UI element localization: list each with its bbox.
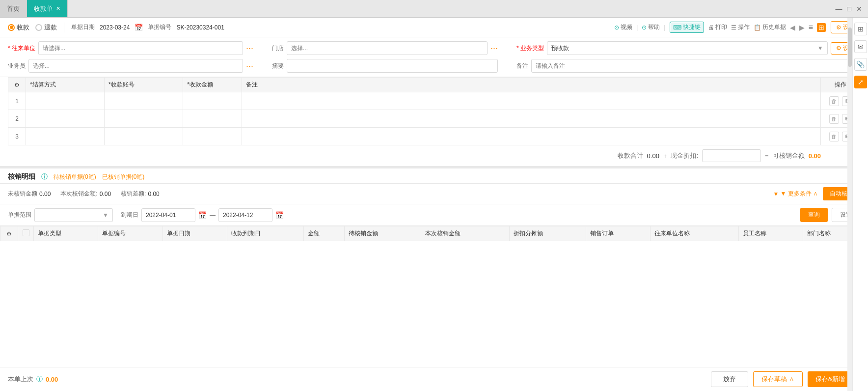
print-btn[interactable]: 🖨 打印 xyxy=(708,23,727,31)
partner-more-icon[interactable]: ··· xyxy=(246,43,253,54)
toolbar-right: ⊙ 视频 | ⊙ 帮助 | ⌨ 快捷键 🖨 打印 ☰ 操作 📋 xyxy=(614,22,826,33)
biz-type-field: * 业务类型 预收款 ▼ ⚙ 设置 xyxy=(516,41,860,55)
draft-button[interactable]: 保存草稿 ∧ xyxy=(753,371,803,387)
date-value: 2023-03-24 xyxy=(100,24,130,31)
biz-type-select[interactable]: 预收款 ▼ xyxy=(547,41,828,55)
pending-tab[interactable]: 待核销单据(0笔) xyxy=(54,173,96,181)
summary-input[interactable] xyxy=(287,59,498,73)
range-field: 单据范围 ▼ xyxy=(8,208,113,222)
more-conditions-btn[interactable]: ▼ ▼ 更多条件 ∧ xyxy=(773,190,818,198)
calendar-from-icon[interactable]: 📅 xyxy=(198,211,207,219)
row1-settle[interactable] xyxy=(26,92,104,110)
prev-value: 0.00 xyxy=(46,376,58,383)
col-gear[interactable]: ⚙ xyxy=(8,78,26,92)
radio-refund[interactable]: 退款 xyxy=(35,23,57,32)
tab-home[interactable]: 首页 xyxy=(0,0,27,17)
row1-remark[interactable] xyxy=(242,92,820,110)
nav-next-icon[interactable]: ▶ xyxy=(799,24,805,31)
main-table: ⚙ *结算方式 *收款账号 *收款金额 备注 操作 1 xyxy=(8,77,860,145)
help-btn[interactable]: ⊙ 帮助 xyxy=(642,23,660,31)
row3-amount[interactable] xyxy=(183,128,242,145)
footer: 本单上次 ⓘ 0.00 放弃 保存草稿 ∧ 保存&新增 ∧ xyxy=(0,367,868,391)
row2-delete-icon[interactable]: 🗑 xyxy=(829,114,839,124)
form-row-1: * 往来单位 ··· 门店 ··· * 业务类型 预收款 ▼ ⚙ 设置 xyxy=(8,41,860,55)
bt-col-doc-type: 单据类型 xyxy=(34,226,98,241)
row2-account[interactable] xyxy=(105,110,183,127)
query-button[interactable]: 查询 xyxy=(800,208,828,222)
summary-label: 摘要 xyxy=(272,62,284,70)
staff-more-icon[interactable]: ··· xyxy=(246,61,253,71)
bt-col-doc-no: 单据编号 xyxy=(98,226,163,241)
discount-input[interactable] xyxy=(702,149,761,162)
shop-more-icon[interactable]: ··· xyxy=(490,43,498,54)
video-btn[interactable]: ⊙ 视频 xyxy=(614,23,632,31)
row3-account[interactable] xyxy=(105,128,183,145)
bt-col-check[interactable] xyxy=(18,226,34,241)
staff-input[interactable] xyxy=(28,59,243,73)
bt-col-pending: 待核销金额 xyxy=(345,226,421,241)
tab-bar: 首页 收款单 ✕ — □ ✕ xyxy=(0,0,868,18)
layout-list-icon[interactable]: ≡ xyxy=(809,23,813,32)
bt-col-partner: 往来单位名称 xyxy=(651,226,739,241)
calendar-icon[interactable]: 📅 xyxy=(135,24,143,31)
radio-receipt[interactable]: 收款 xyxy=(8,23,29,32)
scrollbar-thumb[interactable] xyxy=(848,28,852,67)
partner-input[interactable] xyxy=(38,41,243,55)
row3-settle[interactable] xyxy=(26,128,104,145)
radio-receipt-dot xyxy=(8,24,15,31)
calendar-to-icon[interactable]: 📅 xyxy=(275,211,284,219)
sidebar-expand-icon[interactable]: ⤢ xyxy=(854,76,867,88)
footer-right: 放弃 保存草稿 ∧ 保存&新增 ∧ xyxy=(711,371,860,387)
layout-grid-icon[interactable]: ⊞ xyxy=(817,23,826,32)
operation-btn[interactable]: ☰ 操作 xyxy=(731,23,750,31)
abandon-button[interactable]: 放弃 xyxy=(711,371,748,387)
sidebar-attachment-icon[interactable]: 📎 xyxy=(854,58,867,71)
radio-group: 收款 退款 xyxy=(8,23,57,32)
sidebar-mail-icon[interactable]: ✉ xyxy=(854,40,867,53)
gear-icon: ⚙ xyxy=(836,24,841,31)
shortcut-btn[interactable]: ⌨ 快捷键 xyxy=(670,22,704,33)
close-icon[interactable]: ✕ xyxy=(856,5,862,13)
shop-input[interactable] xyxy=(287,41,488,55)
info-circle-icon[interactable]: ⓘ xyxy=(36,375,43,384)
row3-remark[interactable] xyxy=(242,128,820,145)
row2-amount[interactable] xyxy=(183,110,242,127)
date-to-input[interactable]: 2022-04-12 xyxy=(218,208,272,222)
maximize-icon[interactable]: □ xyxy=(847,5,851,13)
section-header: 核销明细 ⓘ 待核销单据(0笔) 已核销单据(0笔) xyxy=(0,168,868,184)
row2-remark[interactable] xyxy=(242,110,820,127)
col-account: *收款账号 xyxy=(105,78,183,92)
verification-section: 核销明细 ⓘ 待核销单据(0笔) 已核销单据(0笔) 未核销金额 0.00 本次… xyxy=(0,167,868,241)
row1-delete-icon[interactable]: 🗑 xyxy=(829,96,839,106)
info-icon[interactable]: ⓘ xyxy=(41,172,48,181)
tab-receipt[interactable]: 收款单 ✕ xyxy=(27,0,68,17)
current-field: 本次核销金额: 0.00 xyxy=(60,190,111,198)
right-sidebar: ⊞ ✉ 📎 ⤢ xyxy=(852,18,868,391)
remark-field: 备注 xyxy=(516,59,860,73)
result-value: 0.00 xyxy=(809,152,821,160)
row1-account[interactable] xyxy=(105,92,183,110)
partner-field: * 往来单位 ··· xyxy=(8,41,253,55)
range-select[interactable]: ▼ xyxy=(34,208,113,222)
total-label: 收款合计 xyxy=(618,151,643,160)
biz-type-label: * 业务类型 xyxy=(516,44,544,53)
col-settle: *结算方式 xyxy=(26,78,105,92)
minimize-icon[interactable]: — xyxy=(836,5,842,13)
row3-delete-icon[interactable]: 🗑 xyxy=(829,132,839,141)
tab-close-icon[interactable]: ✕ xyxy=(56,5,60,12)
summary-row: 收款合计 0.00 + 现金折扣: = 可核销金额 0.00 xyxy=(0,145,868,167)
remark-input[interactable] xyxy=(531,59,860,73)
diff-field: 核销差额: 0.00 xyxy=(121,190,160,198)
date-from-input[interactable]: 2022-04-01 xyxy=(141,208,195,222)
scrollbar[interactable] xyxy=(847,18,852,391)
bt-col-gear[interactable]: ⚙ xyxy=(0,226,18,241)
table-row: 1 🗑 ⊕ xyxy=(8,92,860,110)
row1-amount[interactable] xyxy=(183,92,242,110)
sidebar-table-icon[interactable]: ⊞ xyxy=(854,23,867,35)
total-value: 0.00 xyxy=(647,152,659,160)
nav-prev-icon[interactable]: ◀ xyxy=(790,24,795,31)
history-btn[interactable]: 📋 历史单据 xyxy=(754,23,786,31)
partner-label: * 往来单位 xyxy=(8,44,35,53)
done-tab[interactable]: 已核销单据(0笔) xyxy=(102,173,145,181)
row2-settle[interactable] xyxy=(26,110,104,127)
